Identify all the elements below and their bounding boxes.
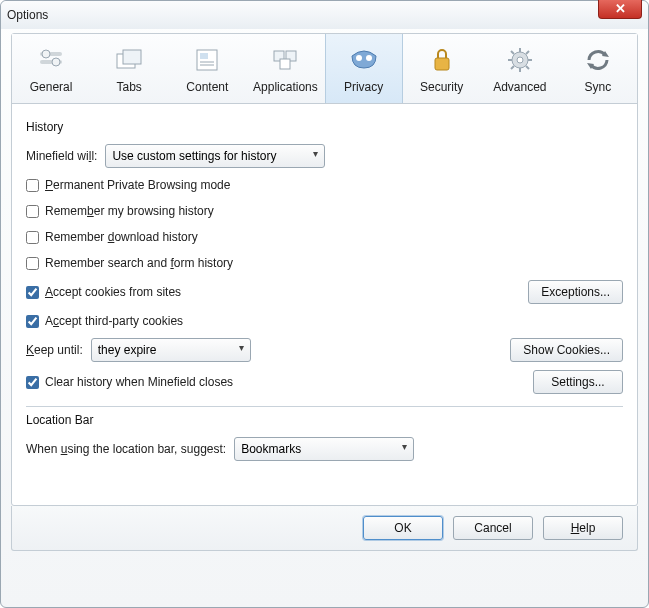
tab-label: Applications xyxy=(253,80,318,94)
options-panel: General Tabs Content Applications xyxy=(11,33,638,506)
tab-label: Security xyxy=(420,80,463,94)
close-icon: ✕ xyxy=(615,1,626,16)
svg-rect-5 xyxy=(123,50,141,64)
applications-icon xyxy=(270,44,300,76)
svg-line-22 xyxy=(511,51,514,54)
content-icon xyxy=(192,44,222,76)
svg-rect-12 xyxy=(280,59,290,69)
permanent-pb-label: Permanent Private Browsing mode xyxy=(45,178,230,192)
remember-browsing-row: Remember my browsing history xyxy=(26,202,623,220)
remember-searchform-checkbox[interactable] xyxy=(26,257,39,270)
remember-browsing-label: Remember my browsing history xyxy=(45,204,214,218)
remember-searchform-label: Remember search and form history xyxy=(45,256,233,270)
svg-point-14 xyxy=(366,55,372,61)
accept-thirdparty-label: Accept third-party cookies xyxy=(45,314,183,328)
remember-download-row: Remember download history xyxy=(26,228,623,246)
close-button[interactable]: ✕ xyxy=(598,0,642,19)
tab-label: Content xyxy=(186,80,228,94)
show-cookies-button[interactable]: Show Cookies... xyxy=(510,338,623,362)
minefield-will-label: Minefield will: xyxy=(26,149,97,163)
svg-line-25 xyxy=(511,66,514,69)
svg-line-23 xyxy=(526,66,529,69)
category-tabs: General Tabs Content Applications xyxy=(12,34,637,104)
locationbar-suggest-select[interactable]: Bookmarks xyxy=(234,437,414,461)
locationbar-suggest-label: When using the location bar, suggest: xyxy=(26,442,226,456)
accept-thirdparty-checkbox[interactable] xyxy=(26,315,39,328)
keep-until-select[interactable]: they expire xyxy=(91,338,251,362)
tab-label: Sync xyxy=(585,80,612,94)
gear-slider-icon xyxy=(36,44,66,76)
tabs-icon xyxy=(114,44,144,76)
tab-label: Privacy xyxy=(344,80,383,94)
lock-icon xyxy=(427,44,457,76)
tab-sync[interactable]: Sync xyxy=(559,34,637,103)
svg-line-24 xyxy=(526,51,529,54)
accept-cookies-checkbox[interactable] xyxy=(26,286,39,299)
svg-point-2 xyxy=(42,50,50,58)
accept-cookies-label: Accept cookies from sites xyxy=(45,285,181,299)
svg-rect-15 xyxy=(435,58,449,70)
locationbar-suggest-row: When using the location bar, suggest: Bo… xyxy=(26,437,623,461)
locationbar-section-label: Location Bar xyxy=(26,413,623,427)
keep-until-label: Keep until: xyxy=(26,343,83,357)
tab-tabs[interactable]: Tabs xyxy=(90,34,168,103)
svg-point-17 xyxy=(517,57,523,63)
tab-advanced[interactable]: Advanced xyxy=(481,34,559,103)
tab-label: Tabs xyxy=(117,80,142,94)
permanent-pb-row: Permanent Private Browsing mode xyxy=(26,176,623,194)
titlebar: Options ✕ xyxy=(1,1,648,29)
tab-general[interactable]: General xyxy=(12,34,90,103)
ok-button[interactable]: OK xyxy=(363,516,443,540)
tab-content[interactable]: Content xyxy=(168,34,246,103)
permanent-pb-checkbox[interactable] xyxy=(26,179,39,192)
remember-searchform-row: Remember search and form history xyxy=(26,254,623,272)
svg-rect-7 xyxy=(200,53,208,59)
options-dialog: Options ✕ General Tabs Con xyxy=(0,0,649,608)
section-divider xyxy=(26,406,623,407)
history-mode-select[interactable]: Use custom settings for history xyxy=(105,144,325,168)
accept-thirdparty-row: Accept third-party cookies xyxy=(26,312,623,330)
svg-point-3 xyxy=(52,58,60,66)
history-section-label: History xyxy=(26,120,623,134)
clear-on-close-checkbox[interactable] xyxy=(26,376,39,389)
help-button[interactable]: Help xyxy=(543,516,623,540)
svg-point-13 xyxy=(356,55,362,61)
remember-download-label: Remember download history xyxy=(45,230,198,244)
accept-cookies-row: Accept cookies from sites Exceptions... xyxy=(26,280,623,304)
tab-label: Advanced xyxy=(493,80,546,94)
keep-until-row: Keep until: they expire Show Cookies... xyxy=(26,338,623,362)
tab-label: General xyxy=(30,80,73,94)
clear-on-close-label: Clear history when Minefield closes xyxy=(45,375,233,389)
window-title: Options xyxy=(7,8,48,22)
history-mode-row: Minefield will: Use custom settings for … xyxy=(26,144,623,168)
gear-icon xyxy=(505,44,535,76)
sync-icon xyxy=(583,44,613,76)
remember-browsing-checkbox[interactable] xyxy=(26,205,39,218)
tab-privacy[interactable]: Privacy xyxy=(325,34,403,103)
clear-settings-button[interactable]: Settings... xyxy=(533,370,623,394)
tab-security[interactable]: Security xyxy=(403,34,481,103)
tab-applications[interactable]: Applications xyxy=(246,34,324,103)
mask-icon xyxy=(348,44,380,76)
cancel-button[interactable]: Cancel xyxy=(453,516,533,540)
privacy-pane: History Minefield will: Use custom setti… xyxy=(12,104,637,505)
exceptions-button[interactable]: Exceptions... xyxy=(528,280,623,304)
remember-download-checkbox[interactable] xyxy=(26,231,39,244)
clear-on-close-row: Clear history when Minefield closes Sett… xyxy=(26,370,623,394)
dialog-button-bar: OK Cancel Help xyxy=(11,506,638,551)
